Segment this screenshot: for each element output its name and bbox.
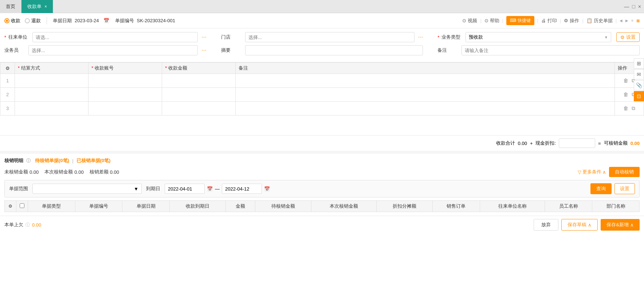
cell-payment-1[interactable] bbox=[15, 74, 89, 88]
row-num-2: 2 bbox=[0, 88, 15, 102]
business-type-select[interactable]: 预收款 ▼ bbox=[466, 32, 611, 42]
cell-note-1[interactable] bbox=[236, 74, 615, 88]
side-mail-icon[interactable]: ✉ bbox=[634, 69, 644, 79]
layout-grid-icon[interactable]: ▦ bbox=[636, 19, 640, 23]
col-check[interactable] bbox=[16, 201, 28, 212]
save-draft-btn[interactable]: 保存草稿 ∧ bbox=[561, 219, 598, 231]
video-btn[interactable]: ⊙ 视频 bbox=[462, 17, 477, 24]
cell-account-1[interactable] bbox=[89, 74, 162, 88]
staff-more-icon[interactable]: ··· bbox=[201, 47, 206, 54]
summary-input[interactable] bbox=[245, 45, 423, 55]
cell-amount-2[interactable] bbox=[162, 88, 236, 102]
col-settings-bottom[interactable]: ⚙ bbox=[5, 201, 16, 212]
close-window-icon[interactable]: × bbox=[638, 4, 641, 9]
video-label: 视频 bbox=[468, 17, 477, 24]
nav-prev-icon[interactable]: ◀ bbox=[620, 19, 623, 23]
more-filter-btn[interactable]: ▽ 更多条件 ∧ bbox=[578, 169, 606, 175]
note-input[interactable] bbox=[462, 45, 640, 55]
table-row: 1 🗑 ⧉ bbox=[0, 74, 644, 88]
counterpart-input[interactable] bbox=[32, 32, 198, 42]
pending-tab[interactable]: 待核销单据(0笔) bbox=[34, 157, 71, 164]
cal-to-icon[interactable]: 📅 bbox=[264, 186, 270, 192]
tab-home[interactable]: 首页 bbox=[0, 0, 21, 13]
date-to-input[interactable] bbox=[222, 184, 262, 194]
history-icon: 📋 bbox=[586, 18, 592, 23]
delete-icon-3[interactable]: 🗑 bbox=[623, 105, 628, 111]
footer-info: 本单上欠 ⓘ 0.00 bbox=[4, 222, 41, 228]
range-select[interactable]: ▼ bbox=[32, 184, 142, 194]
summary-field: 摘要 bbox=[221, 45, 423, 55]
print-btn[interactable]: 🖨 打印 bbox=[541, 17, 557, 24]
radio-refund[interactable]: 退款 bbox=[25, 17, 41, 24]
copy-icon-3[interactable]: ⧉ bbox=[632, 105, 635, 111]
table-row: 3 🗑 ⧉ bbox=[0, 102, 644, 115]
cal-from-icon[interactable]: 📅 bbox=[207, 186, 213, 192]
save-new-btn[interactable]: 保存&新增 ∧ bbox=[601, 219, 640, 231]
cell-note-2[interactable] bbox=[236, 88, 615, 102]
col-sales-order: 销售订单 bbox=[433, 201, 480, 212]
cell-account-2[interactable] bbox=[89, 88, 162, 102]
help-btn[interactable]: ⊙ 帮助 bbox=[484, 17, 499, 24]
side-orange-icon[interactable]: ⊡ bbox=[634, 91, 644, 101]
nav-next-icon[interactable]: ▶ bbox=[625, 19, 628, 23]
radio-receive[interactable]: 收款 bbox=[4, 17, 20, 24]
cell-note-3[interactable] bbox=[236, 102, 615, 115]
gear-icon: ⚙ bbox=[620, 35, 625, 40]
reconcile-info-icon[interactable]: ⓘ bbox=[26, 158, 31, 164]
calendar-icon[interactable]: 📅 bbox=[103, 18, 109, 23]
tab-receipt[interactable]: 收款单 × bbox=[21, 0, 53, 13]
abandon-btn[interactable]: 放弃 bbox=[534, 219, 558, 231]
col-settings[interactable]: ⚙ bbox=[0, 63, 15, 74]
shop-input[interactable] bbox=[245, 32, 415, 42]
available-label: 可核销金额 bbox=[604, 140, 628, 146]
done-tab[interactable]: 已核销单据(0笔) bbox=[75, 157, 112, 164]
stat-unpaid-label: 未核销金额 bbox=[4, 169, 28, 175]
current-info-icon[interactable]: ⓘ bbox=[25, 222, 30, 228]
delete-icon-1[interactable]: 🗑 bbox=[623, 78, 628, 83]
query-btn[interactable]: 查询 bbox=[590, 183, 612, 194]
bottom-table-wrap: ⚙ 单据类型 单据编号 单据日期 收款到期日 金额 待核销金额 本次核销金额 折… bbox=[4, 200, 640, 212]
discount-input[interactable] bbox=[559, 138, 595, 148]
select-all-checkbox[interactable] bbox=[20, 203, 24, 208]
cell-amount-1[interactable] bbox=[162, 74, 236, 88]
side-table-icon[interactable]: ⊞ bbox=[634, 58, 644, 68]
table-setting-btn[interactable]: 设置 bbox=[614, 183, 635, 194]
stat-diff-value: 0.00 bbox=[110, 169, 119, 175]
tab-close-icon[interactable]: × bbox=[44, 4, 47, 9]
cell-payment-2[interactable] bbox=[15, 88, 89, 102]
stat-unpaid-value: 0.00 bbox=[30, 169, 39, 175]
staff-input[interactable] bbox=[28, 45, 198, 55]
operation-btn[interactable]: ⚙ 操作 bbox=[564, 17, 579, 24]
layout-list-icon[interactable]: ≡ bbox=[631, 19, 633, 23]
tab-bar: 首页 收款单 × — □ × bbox=[0, 0, 644, 13]
business-type-value: 预收款 bbox=[469, 34, 483, 40]
date-label: 单据日期 bbox=[53, 17, 72, 24]
receipt-table: ⚙ * 结算方式 * 收款账号 * 收款金额 备注 操作 1 bbox=[0, 62, 644, 115]
note-label: 备注 bbox=[437, 47, 459, 54]
draft-chevron-icon: ∧ bbox=[588, 222, 592, 228]
business-type-required: * bbox=[437, 35, 439, 40]
reconcile-title-text: 核销明细 bbox=[4, 157, 23, 164]
setting-button[interactable]: ⚙ 设置 bbox=[616, 32, 640, 42]
col-dept: 部门名称 bbox=[592, 201, 640, 212]
cell-account-3[interactable] bbox=[89, 102, 162, 115]
shop-more-icon[interactable]: ··· bbox=[418, 34, 423, 40]
date-value: 2023-03-24 bbox=[75, 18, 99, 23]
cell-amount-3[interactable] bbox=[162, 102, 236, 115]
date-from-input[interactable] bbox=[165, 184, 205, 194]
history-btn[interactable]: 📋 历史单据 bbox=[586, 17, 613, 24]
table-gear-icon[interactable]: ⚙ bbox=[5, 66, 10, 71]
video-icon: ⊙ bbox=[462, 18, 466, 23]
delete-icon-2[interactable]: 🗑 bbox=[623, 91, 628, 97]
maximize-icon[interactable]: □ bbox=[632, 4, 635, 9]
radio-refund-dot bbox=[25, 18, 30, 23]
shortcut-btn[interactable]: ⌨ 快捷键 bbox=[506, 16, 534, 25]
side-clip-icon[interactable]: 📎 bbox=[634, 80, 644, 90]
minimize-icon[interactable]: — bbox=[624, 4, 629, 9]
auto-reconcile-btn[interactable]: 自动核销 bbox=[609, 167, 640, 177]
cell-payment-3[interactable] bbox=[15, 102, 89, 115]
radio-receive-dot bbox=[4, 18, 9, 23]
history-label: 历史单据 bbox=[594, 17, 613, 24]
operation-label: 操作 bbox=[570, 17, 579, 24]
counterpart-more-icon[interactable]: ··· bbox=[201, 34, 206, 40]
